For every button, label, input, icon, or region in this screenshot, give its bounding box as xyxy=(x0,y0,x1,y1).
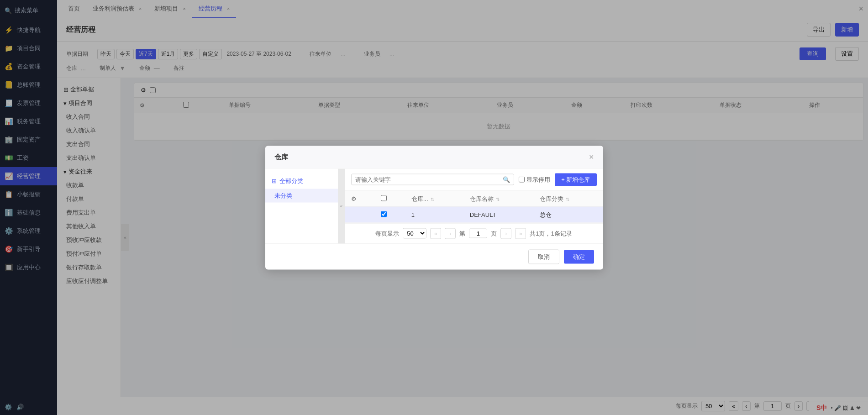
modal-last-btn[interactable]: » xyxy=(515,228,526,239)
row-settings xyxy=(345,207,374,223)
row-code: DEFAULT xyxy=(463,207,533,223)
modal-col-name[interactable]: 仓库名称 ⇅ xyxy=(463,191,533,207)
modal-col-code[interactable]: 仓库... ⇅ xyxy=(405,191,463,207)
modal-close-button[interactable]: × xyxy=(589,152,594,162)
modal-col-select xyxy=(374,191,405,207)
show-disabled-checkbox[interactable] xyxy=(519,177,525,183)
warehouse-search-input[interactable] xyxy=(355,176,500,183)
modal-pagination: 每页显示 50 100 « ‹ 第 页 › » 共1页，1条记录 xyxy=(345,223,603,243)
sort-icon-category: ⇅ xyxy=(566,196,569,201)
modal-page-input[interactable] xyxy=(469,229,487,238)
modal-page-suffix: 页 xyxy=(491,229,497,237)
modal-table-wrap: ⚙ 仓库... ⇅ 仓库名称 ⇅ 仓库分类 xyxy=(345,191,603,223)
row-select xyxy=(374,207,405,223)
modal-select-all[interactable] xyxy=(381,195,387,201)
modal-tree: ⊞ 全部分类 未分类 xyxy=(265,168,338,243)
modal-total-label: 共1页，1条记录 xyxy=(530,229,572,237)
tree-grid-icon: ⊞ xyxy=(272,178,277,184)
modal-confirm-button[interactable]: 确定 xyxy=(564,250,594,263)
tree-uncategorized[interactable]: 未分类 xyxy=(265,189,338,202)
modal-right: 🔍 显示停用 + 新增仓库 ⚙ 仓库... xyxy=(345,168,603,243)
modal-next-btn[interactable]: › xyxy=(500,228,511,239)
row-name: 总仓 xyxy=(533,207,603,223)
add-warehouse-button[interactable]: + 新增仓库 xyxy=(555,173,596,186)
search-box: 🔍 xyxy=(351,174,515,185)
row-checkbox[interactable] xyxy=(381,211,387,217)
modal-header: 仓库 × xyxy=(265,146,603,168)
warehouse-modal: 仓库 × ⊞ 全部分类 未分类 « 🔍 显示停用 xyxy=(265,146,603,269)
modal-toolbar: 🔍 显示停用 + 新增仓库 xyxy=(345,168,603,191)
tree-all-categories[interactable]: ⊞ 全部分类 xyxy=(265,173,338,189)
table-row[interactable]: 1 DEFAULT 总仓 xyxy=(345,207,603,223)
sort-icon-name: ⇅ xyxy=(496,196,500,201)
modal-table: ⚙ 仓库... ⇅ 仓库名称 ⇅ 仓库分类 xyxy=(345,191,603,223)
show-disabled-label[interactable]: 显示停用 xyxy=(519,175,550,184)
row-id: 1 xyxy=(405,207,463,223)
search-icon: 🔍 xyxy=(503,176,510,183)
modal-first-btn[interactable]: « xyxy=(430,228,441,239)
tree-collapse-button[interactable]: « xyxy=(338,168,345,243)
modal-page-label: 第 xyxy=(459,229,465,237)
modal-col-settings: ⚙ xyxy=(345,191,374,207)
modal-prev-btn[interactable]: ‹ xyxy=(445,228,456,239)
modal-per-page-label: 每页显示 xyxy=(375,229,399,237)
modal-cancel-button[interactable]: 取消 xyxy=(528,249,559,264)
sort-icon-code: ⇅ xyxy=(431,196,434,201)
modal-body: ⊞ 全部分类 未分类 « 🔍 显示停用 + 新增仓库 xyxy=(265,168,603,243)
modal-per-page-select[interactable]: 50 100 xyxy=(403,228,426,239)
modal-footer: 取消 确定 xyxy=(265,243,603,269)
modal-col-category[interactable]: 仓库分类 ⇅ xyxy=(533,191,603,207)
modal-title: 仓库 xyxy=(274,152,288,161)
